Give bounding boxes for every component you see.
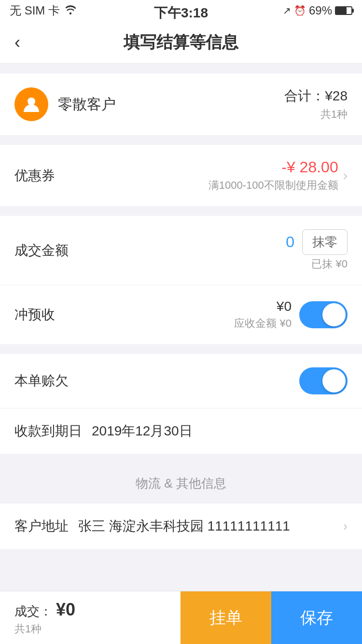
customer-row: 零散客户 合计：¥28 共1种: [0, 73, 362, 135]
prepay-main-amount: ¥0: [234, 299, 292, 314]
toggle-knob: [322, 303, 346, 326]
battery-icon: [335, 6, 352, 15]
coupon-right: -¥ 28.00 满1000-100不限制使用金额: [209, 158, 338, 193]
transaction-amount: 0: [286, 233, 294, 251]
coupon-description: 满1000-100不限制使用金额: [209, 178, 338, 193]
customer-total: 合计：¥28: [284, 87, 348, 105]
main-content: 零散客户 合计：¥28 共1种 优惠券 -¥ 28.00 满1000-100不限…: [0, 73, 362, 612]
address-row[interactable]: 客户地址 张三 海淀永丰科技园 11111111111 ›: [0, 504, 362, 549]
wifi-icon: [64, 4, 77, 17]
back-button[interactable]: ‹: [14, 32, 20, 53]
carrier-text: 无 SIM 卡: [10, 3, 60, 18]
already-rounded-text: 已抹 ¥0: [311, 257, 348, 271]
customer-name: 零散客户: [58, 95, 284, 114]
svg-point-0: [28, 98, 35, 105]
logistics-label: 物流 & 其他信息: [136, 476, 226, 490]
debt-toggle[interactable]: [299, 367, 348, 394]
transaction-label: 成交金额: [14, 241, 286, 260]
bottom-summary-title: 成交：: [14, 603, 52, 620]
status-bar: 无 SIM 卡 下午3:18 ↗ ⏰ 69%: [0, 0, 362, 21]
due-date-value: 2019年12月30日: [92, 422, 193, 440]
customer-total-block: 合计：¥28 共1种: [284, 87, 348, 122]
prepay-label: 冲预收: [14, 306, 234, 324]
logistics-section-header: 物流 & 其他信息: [0, 463, 362, 504]
location-icon: ↗: [283, 5, 291, 16]
rounding-button[interactable]: 抹零: [302, 229, 348, 255]
chevron-right-icon: ›: [343, 168, 348, 183]
customer-card: 零散客户 合计：¥28 共1种: [0, 73, 362, 135]
transaction-card: 成交金额 0 抹零 已抹 ¥0 冲预收 ¥0 应收金额 ¥0: [0, 216, 362, 344]
bottom-bar: 成交： ¥0 共1种 挂单 保存: [0, 591, 362, 644]
coupon-row[interactable]: 优惠券 -¥ 28.00 满1000-100不限制使用金额 ›: [0, 145, 362, 206]
debt-label: 本单赊欠: [14, 372, 299, 390]
bottom-summary-amount: ¥0: [56, 600, 75, 620]
due-date-label: 收款到期日: [14, 422, 82, 440]
status-left: 无 SIM 卡: [10, 3, 77, 18]
address-label: 客户地址: [14, 517, 69, 535]
debt-card: 本单赊欠 收款到期日 2019年12月30日: [0, 354, 362, 454]
nav-bar: ‹ 填写结算等信息: [0, 21, 362, 64]
debt-row: 本单赊欠: [0, 354, 362, 408]
status-time: 下午3:18: [154, 4, 208, 22]
nav-title: 填写结算等信息: [124, 31, 238, 54]
prepay-amounts: ¥0 应收金额 ¥0: [234, 299, 292, 331]
hold-button[interactable]: 挂单: [181, 591, 271, 644]
save-button[interactable]: 保存: [271, 591, 362, 644]
address-value: 张三 海淀永丰科技园 11111111111: [78, 517, 338, 535]
alarm-icon: ⏰: [294, 5, 306, 16]
coupon-label: 优惠券: [14, 167, 209, 185]
debt-toggle-knob: [322, 369, 346, 392]
prepay-row: 冲预收 ¥0 应收金额 ¥0: [0, 285, 362, 344]
bottom-summary: 成交： ¥0 共1种: [0, 600, 181, 636]
battery-text: 69%: [309, 4, 332, 17]
address-chevron-icon: ›: [343, 518, 348, 534]
bottom-summary-count: 共1种: [14, 622, 166, 636]
coupon-card: 优惠券 -¥ 28.00 满1000-100不限制使用金额 ›: [0, 145, 362, 206]
customer-count: 共1种: [284, 107, 348, 122]
prepay-toggle[interactable]: [299, 301, 348, 328]
transaction-row: 成交金额 0 抹零 已抹 ¥0: [0, 216, 362, 285]
prepay-sub-amount: 应收金额 ¥0: [234, 316, 292, 331]
coupon-amount: -¥ 28.00: [281, 158, 338, 176]
customer-avatar: [14, 87, 48, 121]
due-date-row: 收款到期日 2019年12月30日: [0, 408, 362, 454]
status-right: ↗ ⏰ 69%: [283, 4, 352, 17]
address-card: 客户地址 张三 海淀永丰科技园 11111111111 ›: [0, 504, 362, 549]
